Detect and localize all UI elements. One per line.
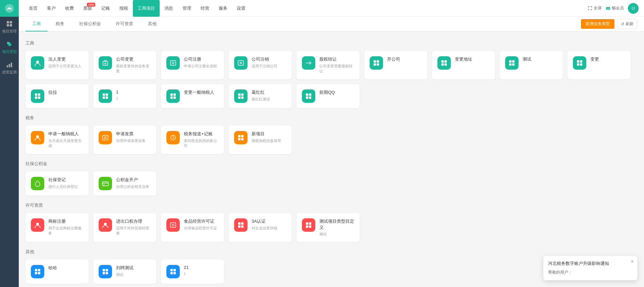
- card-icon: [505, 56, 519, 70]
- card-gehonghong[interactable]: 葛红红 葛红红测试: [229, 84, 292, 108]
- sidebar-item-label: 项目管理: [2, 29, 17, 34]
- card-title: 法人变更: [48, 56, 83, 62]
- card-fund-open[interactable]: 公积金开户 办理公积金相关业务: [93, 171, 156, 196]
- svg-rect-42: [106, 93, 108, 96]
- card-test[interactable]: 测试: [500, 51, 563, 79]
- fullscreen-btn[interactable]: 全屏: [588, 5, 602, 11]
- card-company-change[interactable]: 公司变更 股权变更外的业务变更: [93, 51, 156, 79]
- nav-management[interactable]: 管理: [178, 0, 196, 17]
- card-title: 申请一般纳税人: [48, 131, 83, 137]
- card-new-project[interactable]: 新项目 报税加税控盘保管: [229, 126, 292, 154]
- card-change[interactable]: 变更: [568, 51, 631, 79]
- svg-rect-88: [103, 272, 105, 274]
- card-social-register[interactable]: 社保登记 进行人员社保登记: [25, 171, 89, 196]
- user-avatar[interactable]: U: [628, 3, 639, 14]
- card-num21[interactable]: 21 1: [161, 260, 224, 284]
- card-desc: 用于企业商标注册服务: [48, 226, 83, 236]
- card-num1[interactable]: 1 1: [93, 84, 156, 108]
- card-frontqq[interactable]: 前期QQ: [297, 84, 360, 108]
- card-food-license[interactable]: 食品经营许可证 办理食品经营许可证: [161, 213, 224, 242]
- svg-rect-93: [173, 272, 176, 274]
- card-apply-general-tax[interactable]: 申请一般纳税人 当月或次月成变更完成: [25, 126, 89, 154]
- card-equity-transfer[interactable]: 股权转让 公司变更需要股权转让: [297, 51, 360, 79]
- nav-billing[interactable]: 收费: [60, 0, 78, 17]
- card-legal-change[interactable]: 法人变更 适用于公司变更法人: [25, 51, 89, 79]
- card-title: 测试项目类型目定义: [319, 218, 354, 230]
- nav-industrial[interactable]: 工商项目: [133, 0, 160, 17]
- refresh-button[interactable]: ↺ 刷新: [617, 19, 637, 29]
- card-company-register[interactable]: 公司注册 申请公司注册全流程: [161, 51, 224, 79]
- tab-license[interactable]: 许可资质: [109, 17, 140, 31]
- tab-industrial[interactable]: 工商: [25, 17, 48, 31]
- svg-rect-91: [173, 269, 176, 271]
- tab-tax[interactable]: 税务: [49, 17, 71, 31]
- svg-rect-34: [580, 60, 582, 63]
- card-tax-report-accounting[interactable]: 税务报道+记账 拿到营业执照的新公司: [161, 126, 224, 154]
- card-3a-cert[interactable]: 3A认证 对企业信誉评级: [229, 213, 292, 242]
- svg-rect-78: [306, 222, 308, 225]
- card-desc: 办理申请发票业务: [116, 138, 151, 143]
- nav-service[interactable]: 服务: [214, 0, 232, 17]
- card-company-cancel[interactable]: 公司注销 适用于注销公司: [229, 51, 292, 79]
- sidebar-item-progress-monitor[interactable]: 进度监测: [0, 58, 19, 78]
- card-trademark[interactable]: 商标注册 用于企业商标注册服务: [25, 213, 89, 242]
- card-title: 公积金开户: [116, 177, 151, 183]
- main-area: 首页 客户 收费 票据 new 记账 报税 工商项目 消息 管理 经营: [19, 0, 644, 287]
- nav-operation[interactable]: 经营: [196, 0, 214, 17]
- scroll-area[interactable]: 工商 法人变更 适用于公司变更法人: [19, 31, 644, 287]
- card-desc: 拿到营业执照的新公司: [184, 138, 219, 149]
- svg-rect-45: [170, 93, 173, 96]
- card-icon: [99, 131, 112, 144]
- svg-rect-62: [238, 135, 240, 137]
- card-icon: [31, 218, 44, 232]
- card-test-project-type[interactable]: 测试项目类型目定义 测试: [297, 213, 360, 242]
- card-title: 公司注册: [184, 56, 219, 62]
- nav-message[interactable]: 消息: [160, 0, 178, 17]
- nav-customer[interactable]: 客户: [42, 0, 60, 17]
- svg-rect-26: [444, 60, 447, 63]
- svg-rect-21: [374, 60, 376, 63]
- new-type-button[interactable]: 新增业务类型: [581, 19, 614, 29]
- svg-point-11: [36, 61, 39, 63]
- svg-rect-31: [509, 63, 512, 66]
- nav-settings[interactable]: 设置: [232, 0, 250, 17]
- page-content: 工商 税务 社保公积金 许可资质 其他 新增业务类型 ↺ 刷新: [19, 17, 644, 287]
- tab-other[interactable]: 其他: [141, 17, 163, 31]
- svg-rect-8: [11, 63, 12, 67]
- card-open-company[interactable]: 开公司: [364, 51, 427, 79]
- svg-rect-80: [306, 225, 308, 228]
- svg-rect-79: [309, 222, 311, 225]
- card-title: 哈哈: [48, 265, 83, 271]
- card-change-address[interactable]: 变更地址: [432, 51, 495, 79]
- notification-close-btn[interactable]: ✕: [631, 259, 634, 264]
- card-haha[interactable]: 哈哈: [25, 260, 89, 284]
- card-icon: [99, 89, 112, 103]
- notification-title: 河北税务数字账户升级影响通知: [548, 261, 633, 267]
- top-navigation: 首页 客户 收费 票据 new 记账 报税 工商项目 消息 管理 经营: [19, 0, 644, 17]
- notification-popup: ✕ 河北税务数字账户升级影响通知 尊敬的用户：: [543, 256, 637, 280]
- card-lala[interactable]: 拉拉: [25, 84, 89, 108]
- svg-rect-49: [238, 93, 240, 96]
- card-liupingtest[interactable]: 刘聘测试 测试: [93, 260, 156, 284]
- card-apply-invoice[interactable]: 申请发票 办理申请发票业务: [93, 126, 156, 154]
- svg-rect-82: [35, 269, 37, 271]
- sidebar-item-project-management[interactable]: 项目管理: [0, 17, 19, 37]
- card-import-export[interactable]: 进出口权办理 适用于对外贸易经营者: [93, 213, 156, 242]
- nav-accounting[interactable]: 记账: [97, 0, 115, 17]
- svg-rect-90: [170, 269, 173, 271]
- vip-btn[interactable]: VIP 畅会员: [606, 5, 624, 11]
- svg-point-57: [36, 135, 39, 138]
- nav-ticket[interactable]: 票据 new: [78, 0, 97, 17]
- svg-rect-29: [509, 60, 512, 63]
- sidebar-item-project-type[interactable]: 项目类型: [0, 37, 19, 58]
- card-change-tax[interactable]: 变更一般纳税人: [161, 84, 224, 108]
- tab-social[interactable]: 社保公积金: [72, 17, 108, 31]
- card-icon: [573, 56, 586, 70]
- svg-rect-4: [10, 24, 12, 26]
- nav-tax[interactable]: 报税: [115, 0, 133, 17]
- card-desc: 1: [116, 96, 151, 101]
- sidebar-logo[interactable]: [0, 0, 19, 17]
- card-title: 新项目: [252, 131, 286, 137]
- svg-rect-35: [577, 63, 579, 66]
- nav-home[interactable]: 首页: [24, 0, 42, 17]
